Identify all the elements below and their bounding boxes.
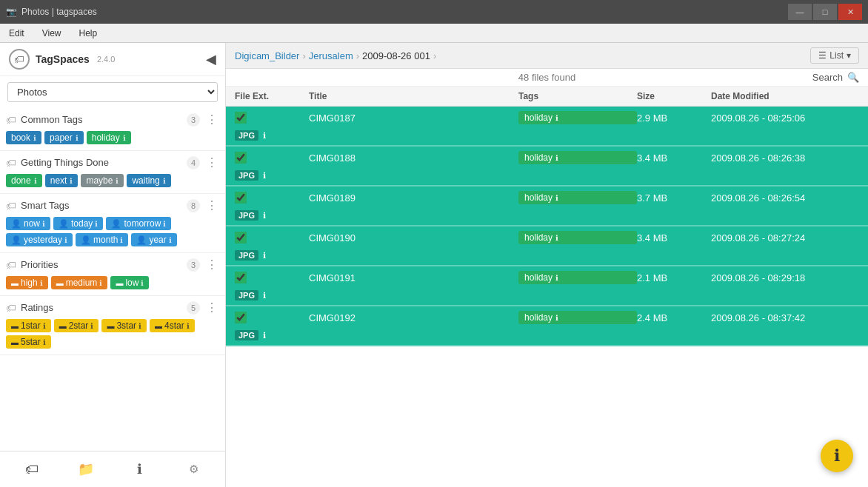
file-title-3[interactable]: CIMG0190 (309, 232, 518, 243)
tag-high[interactable]: ▬ high ℹ (6, 276, 48, 289)
file-checkbox-1[interactable] (235, 152, 247, 164)
location-select[interactable]: Photos (7, 82, 218, 102)
tag-next-info[interactable]: ℹ (70, 177, 73, 185)
smart-tag-month-icon: 👤 (81, 235, 91, 245)
tag-group-ratings-menu[interactable]: ⋮ (204, 300, 219, 315)
file-ext-info-0[interactable]: ℹ (263, 131, 266, 141)
tag-waiting-info[interactable]: ℹ (163, 177, 166, 185)
tag-1star-info[interactable]: ℹ (43, 322, 46, 330)
tag-4star[interactable]: ▬ 4star ℹ (150, 319, 195, 332)
close-button[interactable]: ✕ (838, 4, 862, 20)
file-title-0[interactable]: CIMG0187 (309, 112, 518, 124)
tag-next[interactable]: next ℹ (45, 174, 79, 187)
menu-help[interactable]: Help (76, 27, 100, 40)
tag-group-priorities-menu[interactable]: ⋮ (204, 258, 219, 272)
tag-paper-info[interactable]: ℹ (76, 134, 79, 142)
col-title: Title (309, 91, 518, 101)
smart-tag-today[interactable]: 👤 today ℹ (53, 217, 103, 230)
tag-low[interactable]: ▬ low ℹ (110, 276, 149, 289)
file-tag-1[interactable]: holiday ℹ (518, 151, 637, 164)
search-button[interactable]: Search 🔍 (812, 72, 859, 83)
tag-4star-info[interactable]: ℹ (187, 322, 190, 330)
file-tag-3[interactable]: holiday ℹ (518, 231, 637, 244)
tag-done[interactable]: done ℹ (6, 174, 42, 187)
tag-maybe[interactable]: maybe ℹ (81, 174, 124, 187)
file-tag-0-info[interactable]: ℹ (555, 114, 558, 122)
tag-high-info[interactable]: ℹ (40, 279, 43, 287)
smart-tag-month-info[interactable]: ℹ (120, 236, 123, 244)
file-checkbox-4[interactable] (235, 272, 247, 283)
file-ext-info-3[interactable]: ℹ (263, 251, 266, 261)
file-tag-4[interactable]: holiday ℹ (518, 271, 637, 284)
smart-tag-yesterday[interactable]: 👤 yesterday ℹ (6, 233, 73, 246)
menu-view[interactable]: View (39, 27, 64, 40)
smart-tag-year-info[interactable]: ℹ (169, 236, 172, 244)
maximize-button[interactable]: □ (813, 4, 837, 20)
tag-done-info[interactable]: ℹ (34, 177, 37, 185)
list-view-button[interactable]: ☰ List ▾ (810, 47, 859, 64)
tag-2star-info[interactable]: ℹ (90, 322, 93, 330)
smart-tag-now[interactable]: 👤 now ℹ (6, 217, 50, 230)
smart-tag-year[interactable]: 👤 year ℹ (131, 233, 176, 246)
menu-edit[interactable]: Edit (6, 27, 27, 40)
file-checkbox-5[interactable] (235, 312, 247, 323)
breadcrumb-digicam[interactable]: Digicam_Bilder (235, 50, 299, 61)
file-title-2[interactable]: CIMG0189 (309, 192, 518, 204)
info-footer-btn[interactable]: ℹ (114, 456, 165, 483)
tag-book-info[interactable]: ℹ (33, 134, 36, 142)
settings-footer-btn[interactable]: ⚙ (168, 456, 219, 483)
tag-3star[interactable]: ▬ 3star ℹ (101, 319, 147, 332)
tag-maybe-info[interactable]: ℹ (116, 177, 118, 185)
file-ext-info-4[interactable]: ℹ (263, 291, 266, 300)
content-toolbar: Digicam_Bilder › Jerusalem › 2009-08-26 … (226, 43, 868, 69)
app-version: 2.4.0 (97, 55, 115, 64)
file-ext-info-2[interactable]: ℹ (263, 211, 266, 221)
tag-waiting[interactable]: waiting ℹ (127, 174, 170, 187)
tag-5star[interactable]: ▬ 5star ℹ (6, 335, 51, 349)
file-checkbox-0[interactable] (235, 112, 247, 124)
tag-low-info[interactable]: ℹ (141, 279, 144, 287)
tag-group-common-menu[interactable]: ⋮ (204, 112, 219, 127)
file-tag-1-info[interactable]: ℹ (555, 154, 558, 162)
tag-book[interactable]: book ℹ (6, 131, 41, 144)
breadcrumb-jerusalem[interactable]: Jerusalem (309, 50, 353, 61)
file-tag-2-info[interactable]: ℹ (555, 194, 558, 202)
minimize-button[interactable]: — (788, 4, 812, 20)
tag-medium[interactable]: ▬ medium ℹ (51, 276, 108, 289)
back-button[interactable]: ◀ (206, 51, 216, 67)
smart-tag-today-info[interactable]: ℹ (95, 220, 98, 228)
file-row-2: CIMG0189 holiday ℹ 3.7 MB 2009.08.26 - 0… (226, 187, 868, 209)
tag-group-priorities: 🏷 Priorities 3 ⋮ ▬ high ℹ ▬ medium ℹ ▬ l… (0, 253, 225, 296)
file-ext-info-5[interactable]: ℹ (263, 331, 266, 340)
file-ext-info-1[interactable]: ℹ (263, 171, 266, 181)
tag-holiday[interactable]: holiday ℹ (87, 131, 131, 144)
tag-group-smart-menu[interactable]: ⋮ (204, 198, 219, 212)
smart-tag-tomorrow[interactable]: 👤 tomorrow ℹ (106, 217, 171, 230)
file-tag-5[interactable]: holiday ℹ (518, 311, 637, 324)
file-tag-3-info[interactable]: ℹ (555, 234, 558, 242)
file-tag-0[interactable]: holiday ℹ (518, 111, 637, 124)
smart-tag-now-info[interactable]: ℹ (42, 220, 45, 228)
tag-holiday-info[interactable]: ℹ (123, 134, 126, 142)
smart-tag-tomorrow-info[interactable]: ℹ (163, 220, 166, 228)
file-tag-2[interactable]: holiday ℹ (518, 191, 637, 204)
tag-paper[interactable]: paper ℹ (44, 131, 84, 144)
tag-medium-info[interactable]: ℹ (99, 279, 102, 287)
smart-tag-yesterday-info[interactable]: ℹ (64, 236, 67, 244)
tag-2star[interactable]: ▬ 2star ℹ (54, 319, 99, 332)
smart-tag-month[interactable]: 👤 month ℹ (76, 233, 128, 246)
tags-footer-btn[interactable]: 🏷 (6, 456, 57, 483)
folder-footer-btn[interactable]: 📁 (60, 456, 111, 483)
tag-1star[interactable]: ▬ 1star ℹ (6, 319, 51, 332)
file-tag-5-info[interactable]: ℹ (555, 314, 558, 322)
file-title-1[interactable]: CIMG0188 (309, 152, 518, 164)
tag-5star-info[interactable]: ℹ (43, 338, 46, 346)
file-title-4[interactable]: CIMG0191 (309, 272, 518, 283)
file-checkbox-3[interactable] (235, 232, 247, 243)
tag-group-gtd-menu[interactable]: ⋮ (204, 155, 219, 169)
fab-button[interactable]: ℹ (821, 440, 853, 472)
file-tag-4-info[interactable]: ℹ (555, 274, 558, 282)
tag-3star-info[interactable]: ℹ (138, 322, 141, 330)
file-title-5[interactable]: CIMG0192 (309, 312, 518, 323)
file-checkbox-2[interactable] (235, 192, 247, 204)
